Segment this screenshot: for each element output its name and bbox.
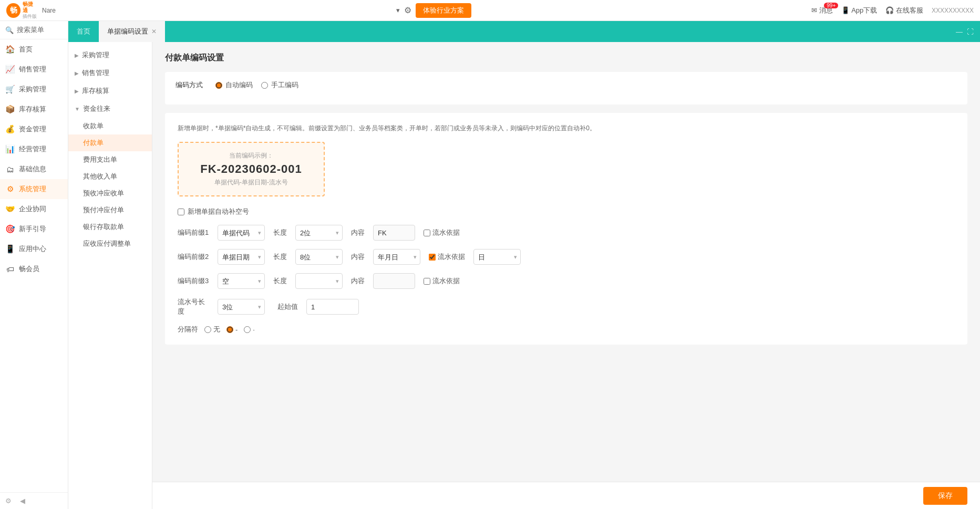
save-button[interactable]: 保存	[923, 487, 967, 505]
stream1-checkbox[interactable]	[424, 230, 430, 236]
sidebar-item-member[interactable]: 🏷 畅会员	[0, 259, 68, 279]
sub-menu-item-payment[interactable]: 付款单	[68, 134, 152, 151]
sep-dot-radio[interactable]	[244, 326, 251, 333]
sidebar-item-purchase[interactable]: 🛒 采购管理	[0, 79, 68, 99]
guide-icon: 🎯	[5, 224, 15, 234]
home-icon: 🏠	[5, 45, 15, 54]
sub-menu-item-advance-receivable[interactable]: 预收冲应收单	[68, 185, 152, 202]
sidebar-collapse-icon[interactable]: ◀	[20, 497, 25, 505]
prefix3-select-wrap[interactable]: 空 单据代码 部门	[218, 273, 265, 289]
sidebar-item-finance[interactable]: 💰 资金管理	[0, 119, 68, 139]
sub-menu-item-bank-deposit[interactable]: 银行存取款单	[68, 219, 152, 235]
sidebar-item-operation[interactable]: 📊 经营管理	[0, 139, 68, 159]
preview-box: 当前编码示例： FK-20230602-001 单据代码-单据日期-流水号	[178, 142, 325, 196]
prefix2-select-wrap[interactable]: 单据日期 单据代码 部门 空	[218, 249, 265, 265]
settings-icon[interactable]: ⚙	[404, 5, 411, 15]
sub-menu-item-ar-ap-adjust[interactable]: 应收应付调整单	[68, 235, 152, 252]
logo-icon: 畅	[6, 3, 20, 18]
message-badge[interactable]: ✉ 消息 99+	[811, 6, 833, 15]
serial-length-label: 流水号长度	[178, 297, 209, 316]
page-title: 付款单编码设置	[165, 53, 967, 64]
prefix2-select[interactable]: 单据日期 单据代码 部门 空	[218, 249, 265, 265]
sep-dot-option[interactable]: ·	[244, 326, 255, 334]
manual-encode-option[interactable]: 手工编码	[261, 80, 298, 90]
length2-select-wrap[interactable]: 8位 6位 4位	[295, 249, 343, 265]
sub-menu-header-purchase[interactable]: ▶ 采购管理	[68, 46, 152, 64]
sidebar-item-inventory[interactable]: 📦 库存核算	[0, 99, 68, 119]
sidebar-item-guide[interactable]: 🎯 新手引导	[0, 219, 68, 239]
manual-encode-radio[interactable]	[261, 82, 268, 89]
sep-none-option[interactable]: 无	[204, 325, 220, 334]
main-content-wrapper: 付款单编码设置 编码方式 自动编码 手工编码	[152, 42, 980, 509]
sub-menu-item-receipt[interactable]: 收款单	[68, 118, 152, 134]
content2-select[interactable]: 年月日 年月 年	[373, 249, 420, 265]
start-value-input[interactable]	[306, 299, 359, 315]
sidebar-item-apps[interactable]: 📱 应用中心	[0, 239, 68, 259]
tab-maximize-icon[interactable]: ⛶	[967, 28, 974, 36]
page-content: 付款单编码设置 编码方式 自动编码 手工编码	[152, 42, 980, 482]
length2-select[interactable]: 8位 6位 4位	[295, 249, 343, 265]
prefix3-select[interactable]: 空 单据代码 部门	[218, 273, 265, 289]
sidebar-item-system[interactable]: ⚙ 系统管理	[0, 179, 68, 199]
prefix1-select[interactable]: 单据代码 部门 业务员 空	[218, 225, 265, 241]
prefix1-row: 编码前缀1 单据代码 部门 业务员 空 长度	[178, 225, 955, 241]
sub-menu-item-expense[interactable]: 费用支出单	[68, 151, 152, 168]
prefix2-label: 编码前缀2	[178, 252, 209, 262]
serial-length-row: 流水号长度 3位 4位 5位 6位 起始值	[178, 297, 955, 316]
sub-menu-header-inventory[interactable]: ▶ 库存核算	[68, 82, 152, 100]
sidebar-bottom: ⚙ ◀	[0, 492, 68, 509]
sep-dash-radio[interactable]	[226, 326, 233, 333]
sidebar-item-enterprise[interactable]: 🤝 企业协同	[0, 199, 68, 219]
length2-label: 长度	[273, 252, 287, 262]
tab-serial-settings[interactable]: 单据编码设置 ✕	[99, 21, 165, 42]
sidebar-item-sales[interactable]: 📈 销售管理	[0, 59, 68, 79]
sep-dash-option[interactable]: -	[226, 326, 238, 334]
content2-select-wrap[interactable]: 年月日 年月 年	[373, 249, 420, 265]
encode-method-card: 编码方式 自动编码 手工编码	[165, 72, 967, 105]
stream2-period-select[interactable]: 日 月 年	[473, 249, 521, 265]
settings-card: 新增单据时，*单据编码*自动生成，不可编辑。前缀设置为部门、业务员等档案类，开单…	[165, 113, 967, 345]
inventory-arrow-icon: ▶	[75, 88, 79, 94]
nav-dropdown[interactable]: ▾	[396, 6, 400, 14]
experience-btn[interactable]: 体验行业方案	[416, 3, 471, 18]
tab-home[interactable]: 首页	[68, 21, 99, 42]
purchase-arrow-icon: ▶	[75, 53, 79, 58]
length3-select-wrap[interactable]	[295, 273, 343, 289]
serial-length-select-wrap[interactable]: 3位 4位 5位 6位	[218, 299, 265, 315]
auto-fill-checkbox[interactable]	[178, 209, 184, 215]
sub-menu-item-other-income[interactable]: 其他收入单	[68, 168, 152, 185]
sidebar-item-home[interactable]: 🏠 首页	[0, 39, 68, 59]
top-bar-left: 畅 畅捷通 插件版 Nare	[6, 2, 56, 19]
sep-none-radio[interactable]	[204, 326, 211, 333]
finance-icon: 💰	[5, 124, 15, 134]
sub-menu-sales: ▶ 销售管理	[68, 64, 152, 82]
auto-fill-label: 新增单据自动补空号	[188, 207, 249, 216]
online-service[interactable]: 🎧 在线客服	[885, 6, 923, 15]
sidebar-item-basic[interactable]: 🗂 基础信息	[0, 159, 68, 179]
tab-minimize-icon[interactable]: —	[956, 28, 963, 36]
sub-menu-header-sales[interactable]: ▶ 销售管理	[68, 64, 152, 82]
length3-select[interactable]	[295, 273, 343, 289]
message-count: 99+	[824, 3, 838, 8]
length1-select[interactable]: 2位 3位 4位	[295, 225, 343, 241]
tab-close-icon[interactable]: ✕	[151, 28, 157, 35]
auto-encode-radio[interactable]	[215, 82, 222, 89]
sidebar-settings-icon[interactable]: ⚙	[5, 497, 12, 505]
sidebar-search[interactable]: 🔍 搜索菜单	[0, 21, 68, 39]
length1-select-wrap[interactable]: 2位 3位 4位	[295, 225, 343, 241]
length1-label: 长度	[273, 228, 287, 237]
stream2-period-wrap[interactable]: 日 月 年	[473, 249, 521, 265]
sub-menu-item-advance-payable[interactable]: 预付冲应付单	[68, 202, 152, 219]
serial-length-select[interactable]: 3位 4位 5位 6位	[218, 299, 265, 315]
app-download[interactable]: 📱 App下载	[841, 6, 877, 15]
content3-value	[373, 273, 415, 289]
prefix1-select-wrap[interactable]: 单据代码 部门 业务员 空	[218, 225, 265, 241]
sub-menu-header-capital[interactable]: ▼ 资金往来	[68, 100, 152, 118]
stream1-wrap: 流水依据	[424, 228, 460, 237]
auto-encode-option[interactable]: 自动编码	[215, 80, 253, 90]
apps-icon: 📱	[5, 244, 15, 254]
sub-menu-capital: ▼ 资金往来 收款单 付款单 费用支出单 其他收入单	[68, 100, 152, 252]
stream3-checkbox[interactable]	[424, 278, 430, 285]
content2-label: 内容	[351, 252, 365, 262]
stream2-checkbox[interactable]	[429, 254, 436, 261]
